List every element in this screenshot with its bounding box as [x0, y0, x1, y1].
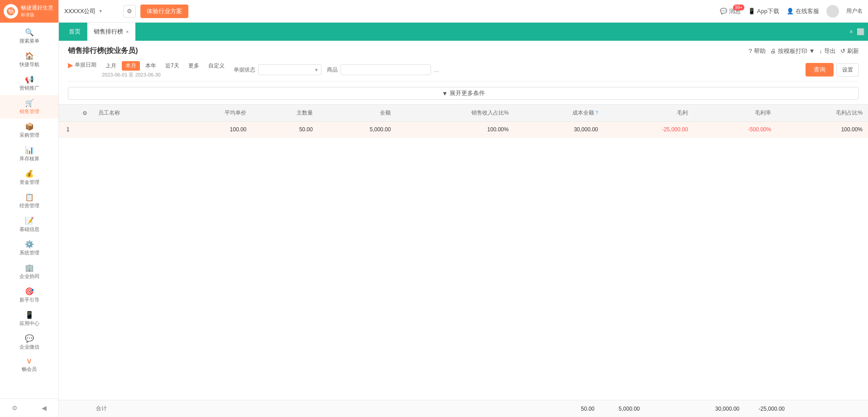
sidebar-item-search[interactable]: 🔍 搜索菜单 — [0, 24, 58, 48]
company-selector[interactable]: XXXXX公司 ▼ — [64, 7, 119, 15]
company-dropdown-arrow: ▼ — [98, 9, 103, 14]
sidebar-item-app-center[interactable]: 📱 应用中心 — [0, 307, 58, 331]
cell-gross-rate: -500.00% — [693, 122, 777, 138]
app-center-icon: 📱 — [25, 311, 34, 319]
sidebar-item-capital[interactable]: 💰 资金管理 — [0, 166, 58, 189]
logo-icon: 畅 — [4, 4, 18, 19]
enterprise-icon: 🏢 — [25, 264, 34, 272]
basic-info-icon: 📝 — [25, 216, 34, 225]
date-opt-7days[interactable]: 近7天 — [162, 61, 183, 71]
svg-text:畅: 畅 — [8, 8, 14, 14]
col-amount-header: 全额 — [318, 105, 397, 122]
tab-close-window-btn[interactable]: × — [849, 28, 853, 35]
table-header-row: ⚙ 员工名称 平均单价 主数量 全额 销售收入占比% 成本全额 ? 毛利 毛利率… — [59, 105, 868, 122]
online-service-btn[interactable]: 👤 在线客服 — [786, 7, 819, 15]
sidebar-settings-btn[interactable]: ⚙ — [10, 403, 19, 413]
sidebar-item-system[interactable]: ⚙️ 系统管理 — [0, 236, 58, 260]
help-icon: ? — [748, 48, 752, 54]
date-opt-more[interactable]: 更多 — [185, 61, 203, 71]
export-btn[interactable]: ↓ 导出 — [820, 47, 836, 55]
status-select-wrapper: ▼ — [258, 64, 321, 75]
help-btn[interactable]: ? 帮助 — [748, 47, 765, 55]
experience-btn[interactable]: 体验行业方案 — [140, 5, 188, 18]
header-right: 💬 消息 99+ 📱 App下载 👤 在线客服 用户名 — [720, 5, 863, 18]
tab-sales-ranking[interactable]: 销售排行榜 × — [87, 23, 135, 41]
status-select[interactable] — [258, 64, 321, 75]
expand-more-icon: ▼ — [442, 90, 448, 97]
app-download-btn[interactable]: 📱 App下载 — [748, 7, 779, 15]
date-opt-this-month[interactable]: 本月 — [122, 61, 140, 71]
table-body: 1 100.00 50.00 5,000.00 100.00% 30,000.0… — [59, 122, 868, 138]
sidebar-item-basic-info[interactable]: 📝 基础信息 — [0, 213, 58, 236]
footer-gross-rate — [790, 406, 826, 412]
print-icon: 🖨 — [770, 48, 776, 54]
sidebar-item-purchase[interactable]: 📦 采购管理 — [0, 119, 58, 142]
footer-avg-price — [528, 406, 564, 412]
sidebar-item-operation[interactable]: 📋 经营管理 — [0, 189, 58, 213]
sidebar-item-vip[interactable]: V 畅会员 — [0, 354, 58, 376]
capital-icon: 💰 — [25, 169, 34, 178]
top-header: XXXXX公司 ▼ ⚙ 体验行业方案 💬 消息 99+ 📱 App下载 👤 在线… — [59, 0, 868, 23]
tab-bar: 首页 销售排行榜 × × ⬜ — [59, 23, 868, 41]
col-qty-header: 主数量 — [252, 105, 318, 122]
message-icon: 💬 — [720, 8, 727, 14]
logo-text: 畅捷通好生意 标准版 — [21, 5, 53, 18]
sidebar-item-inventory[interactable]: 📊 库存核算 — [0, 142, 58, 166]
sales-icon: 🛒 — [25, 99, 34, 107]
col-gross-profit-header: 毛利 — [604, 105, 694, 122]
tab-close-btn[interactable]: × — [126, 29, 129, 34]
footer-qty: 50.00 — [564, 406, 600, 412]
refresh-icon: ↺ — [840, 48, 845, 54]
footer-values: 50.00 5,000.00 30,000.00 -25,000.00 — [141, 406, 863, 412]
sidebar-item-enterprise[interactable]: 🏢 企业协同 — [0, 260, 58, 283]
tab-restore-window-btn[interactable]: ⬜ — [857, 28, 864, 35]
date-options-wrapper: 上月 本月 本年 近7天 更多 自定义 2023-06-01 至 2023-06… — [102, 61, 228, 78]
date-opt-custom[interactable]: 自定义 — [205, 61, 228, 71]
date-opt-this-year[interactable]: 本年 — [142, 61, 160, 71]
footer-gross-profit: -25,000.00 — [745, 406, 790, 412]
goods-more-btn[interactable]: ... — [434, 66, 439, 73]
refresh-btn[interactable]: ↺ 刷新 — [840, 47, 859, 55]
filter-area: ▶ 单据日期 上月 本月 本年 近7天 更多 自定义 — [68, 61, 859, 104]
sidebar-nav: 🔍 搜索菜单 🏠 快捷导航 📢 营销推广 🛒 销售管理 📦 采购管理 📊 库存核… — [0, 23, 58, 398]
cost-tip-icon[interactable]: ? — [595, 110, 598, 115]
user-avatar[interactable] — [826, 5, 839, 18]
col-rank-header — [59, 105, 77, 122]
print-dropdown-arrow: ▼ — [809, 48, 815, 54]
marketing-icon: 📢 — [25, 75, 34, 84]
header-settings-icon[interactable]: ⚙ — [123, 5, 136, 18]
date-filter: ▶ 单据日期 上月 本月 本年 近7天 更多 自定义 — [68, 61, 228, 78]
purchase-icon: 📦 — [25, 122, 34, 131]
settings-button[interactable]: 设置 — [836, 63, 859, 77]
footer-name-cell: 合计 — [96, 405, 141, 412]
footer-sales-pct — [645, 406, 700, 412]
company-name: XXXXX公司 — [64, 7, 96, 15]
sidebar-item-sales[interactable]: 🛒 销售管理 — [0, 95, 58, 119]
username: 用户名 — [846, 7, 863, 15]
template-print-btn[interactable]: 🖨 按模板打印 ▼ — [770, 47, 815, 55]
sidebar-collapse-btn[interactable]: ◀ — [40, 403, 48, 413]
wechat-icon: 💬 — [25, 334, 34, 343]
sidebar-item-wechat[interactable]: 💬 企业微信 — [0, 331, 58, 354]
sidebar-item-quick-nav[interactable]: 🏠 快捷导航 — [0, 48, 58, 72]
sidebar-item-marketing[interactable]: 📢 营销推广 — [0, 72, 58, 95]
main-area: XXXXX公司 ▼ ⚙ 体验行业方案 💬 消息 99+ 📱 App下载 👤 在线… — [59, 0, 868, 417]
filter-expand-arrow[interactable]: ▶ — [68, 62, 73, 69]
col-settings-header[interactable]: ⚙ — [77, 105, 93, 122]
table-row: 1 100.00 50.00 5,000.00 100.00% 30,000.0… — [59, 122, 868, 138]
goods-input[interactable] — [340, 64, 431, 75]
expand-more-btn[interactable]: ▼ 展开更多条件 — [68, 87, 859, 100]
message-btn[interactable]: 💬 消息 99+ — [720, 7, 741, 15]
col-gross-pct-header: 毛利占比% — [777, 105, 868, 122]
status-filter: 单据状态 ▼ — [234, 64, 321, 75]
col-sales-pct-header: 销售收入占比% — [396, 105, 514, 122]
export-icon: ↓ — [820, 48, 823, 54]
cell-avg-price: 100.00 — [173, 122, 252, 138]
date-opt-last-month[interactable]: 上月 — [102, 61, 120, 71]
tab-home[interactable]: 首页 — [62, 23, 87, 41]
sidebar-item-guide[interactable]: 🎯 新手引导 — [0, 283, 58, 307]
home-icon: 🏠 — [25, 52, 34, 60]
query-button[interactable]: 查询 — [806, 63, 834, 77]
system-icon: ⚙️ — [25, 240, 34, 249]
table-footer: 合计 50.00 5,000.00 30,000.00 -25,000.00 — [59, 400, 868, 417]
